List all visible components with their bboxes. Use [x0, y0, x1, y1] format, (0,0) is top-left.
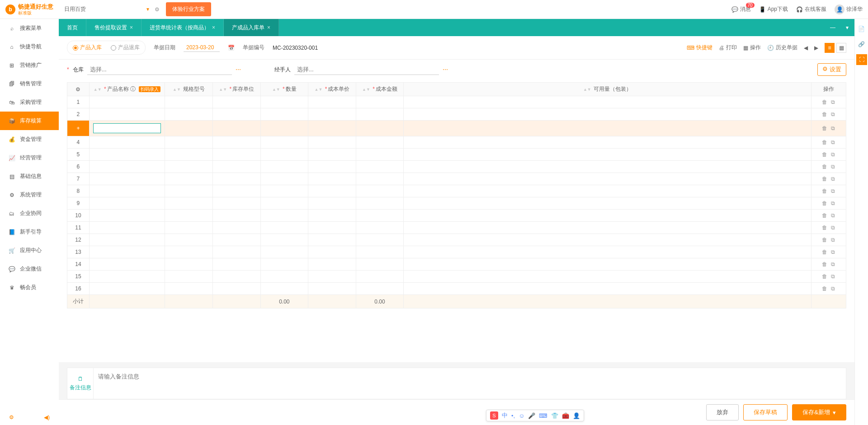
next-doc[interactable]: ▶	[814, 45, 818, 51]
shortcut-link[interactable]: ⌨ 快捷键	[687, 44, 712, 51]
copy-icon[interactable]: ⧉	[831, 200, 835, 206]
delete-icon[interactable]: 🗑	[822, 99, 827, 105]
cell-product-name[interactable]	[89, 173, 165, 185]
col-spec[interactable]: ▲▼ 规格型号	[165, 83, 213, 96]
cell-product-name[interactable]	[89, 161, 165, 173]
sidebar-item[interactable]: 💬企业微信	[0, 260, 59, 278]
table-row[interactable]: 16🗑⧉	[67, 283, 846, 295]
cell-amount[interactable]	[356, 246, 404, 258]
cell-available[interactable]	[404, 271, 811, 283]
cell-product-name[interactable]	[89, 108, 165, 121]
copy-icon[interactable]: ⧉	[831, 139, 835, 145]
copy-icon[interactable]: ⧉	[831, 151, 835, 158]
cell-spec[interactable]	[165, 121, 213, 136]
cell-amount[interactable]	[356, 197, 404, 210]
table-row[interactable]: 12🗑⧉	[67, 234, 846, 246]
close-icon[interactable]: ×	[130, 24, 133, 31]
cell-price[interactable]	[308, 246, 356, 258]
sidebar-item[interactable]: 🗂企业协同	[0, 204, 59, 223]
copy-icon[interactable]: ⧉	[831, 176, 835, 182]
cell-price[interactable]	[308, 136, 356, 149]
cell-spec[interactable]	[165, 283, 213, 295]
cell-price[interactable]	[308, 258, 356, 271]
cell-amount[interactable]	[356, 121, 404, 136]
delete-icon[interactable]: 🗑	[822, 212, 827, 219]
table-row[interactable]: 9🗑⧉	[67, 197, 846, 210]
col-qty[interactable]: ▲▼ *数量	[260, 83, 308, 96]
cell-spec[interactable]	[165, 258, 213, 271]
cell-available[interactable]	[404, 185, 811, 197]
delete-icon[interactable]: 🗑	[822, 163, 827, 170]
rail-link-icon[interactable]: 🔗	[856, 39, 867, 50]
table-row[interactable]: 7🗑⧉	[67, 173, 846, 185]
cell-qty[interactable]	[260, 197, 308, 210]
save-draft-button[interactable]: 保存草稿	[743, 404, 788, 420]
warehouse-input[interactable]	[87, 64, 232, 75]
sidebar-item[interactable]: 💰资金管理	[0, 130, 59, 149]
cell-price[interactable]	[308, 185, 356, 197]
delete-icon[interactable]: 🗑	[822, 125, 827, 131]
cell-amount[interactable]	[356, 96, 404, 108]
cell-product-name[interactable]	[89, 149, 165, 161]
sidebar-item[interactable]: ♛畅会员	[0, 278, 59, 297]
cell-amount[interactable]	[356, 161, 404, 173]
cell-qty[interactable]	[260, 161, 308, 173]
setup-button[interactable]: ⚙ 设置	[817, 63, 846, 76]
tab[interactable]: 进货单统计表（按商品）×	[142, 19, 224, 36]
table-row[interactable]: +🗑⧉	[67, 121, 846, 136]
cell-unit[interactable]	[212, 271, 260, 283]
view-card-icon[interactable]: ▦	[836, 43, 846, 53]
delete-icon[interactable]: 🗑	[822, 249, 827, 255]
cell-available[interactable]	[404, 173, 811, 185]
cell-amount[interactable]	[356, 210, 404, 222]
col-unit[interactable]: ▲▼ *库存单位	[212, 83, 260, 96]
cell-amount[interactable]	[356, 258, 404, 271]
ime-toolbox-icon[interactable]: 🧰	[562, 412, 569, 419]
cell-qty[interactable]	[260, 258, 308, 271]
delete-icon[interactable]: 🗑	[822, 224, 827, 231]
cell-price[interactable]	[308, 234, 356, 246]
table-row[interactable]: 13🗑⧉	[67, 246, 846, 258]
copy-icon[interactable]: ⧉	[831, 163, 835, 170]
cell-unit[interactable]	[212, 283, 260, 295]
cell-amount[interactable]	[356, 234, 404, 246]
sidebar-item[interactable]: 🛒应用中心	[0, 241, 59, 260]
tab[interactable]: 产成品入库单×	[224, 19, 279, 36]
copy-icon[interactable]: ⧉	[831, 237, 835, 243]
cell-spec[interactable]	[165, 234, 213, 246]
cell-product-name[interactable]	[89, 185, 165, 197]
handler-picker-icon[interactable]: ⋯	[443, 66, 448, 73]
delete-icon[interactable]: 🗑	[822, 273, 827, 280]
cell-spec[interactable]	[165, 161, 213, 173]
cell-available[interactable]	[404, 121, 811, 136]
table-row[interactable]: 11🗑⧉	[67, 222, 846, 234]
radio-product-in[interactable]: 产品入库	[68, 42, 106, 53]
cell-qty[interactable]	[260, 222, 308, 234]
sidebar-item[interactable]: ⌕搜索菜单	[0, 19, 59, 37]
cell-spec[interactable]	[165, 197, 213, 210]
cell-price[interactable]	[308, 173, 356, 185]
cell-spec[interactable]	[165, 246, 213, 258]
copy-icon[interactable]: ⧉	[831, 273, 835, 280]
cell-price[interactable]	[308, 210, 356, 222]
cell-price[interactable]	[308, 161, 356, 173]
tabs-minimize[interactable]: —	[826, 19, 840, 36]
cell-qty[interactable]	[260, 149, 308, 161]
col-product-name[interactable]: ▲▼ *产品名称 ⓘ 扫码录入	[89, 83, 165, 96]
copy-icon[interactable]: ⧉	[831, 111, 835, 117]
copy-icon[interactable]: ⧉	[831, 99, 835, 105]
cell-product-name[interactable]	[89, 271, 165, 283]
tab[interactable]: 售价提取设置×	[86, 19, 142, 36]
cell-qty[interactable]	[260, 121, 308, 136]
cell-amount[interactable]	[356, 108, 404, 121]
ime-keyboard-icon[interactable]: ⌨	[539, 412, 547, 419]
cell-unit[interactable]	[212, 149, 260, 161]
cell-product-name[interactable]	[89, 234, 165, 246]
rail-doc-icon[interactable]: 📄	[856, 23, 867, 34]
table-row[interactable]: 1🗑⧉	[67, 96, 846, 108]
cell-spec[interactable]	[165, 222, 213, 234]
tabs-menu[interactable]: ▾	[840, 19, 854, 36]
sidebar-item[interactable]: 📈经营管理	[0, 149, 59, 167]
cell-amount[interactable]	[356, 149, 404, 161]
help-icon[interactable]: ⓘ	[130, 86, 136, 92]
